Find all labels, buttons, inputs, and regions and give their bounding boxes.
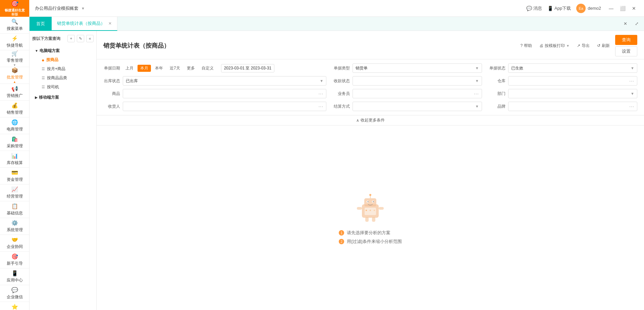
stock-icon: 📊: [11, 153, 18, 159]
dept-label: 部门: [489, 91, 505, 97]
collapse-button[interactable]: ∧ 收起更多条件: [356, 117, 385, 123]
receiver-input[interactable]: ···: [123, 102, 326, 111]
sidebar-item-wholesale[interactable]: 📦 批发管理 ▲: [0, 67, 29, 84]
sidebar-item-wholesale-label: 批发管理: [7, 74, 23, 80]
dept-select[interactable]: ▼: [508, 89, 637, 98]
date-range-display[interactable]: 2023-03-01 至 2023-03-31: [221, 64, 274, 72]
sidebar-item-quicknav[interactable]: ⚡ 快捷导航: [0, 34, 29, 50]
svg-point-15: [374, 210, 375, 211]
sidebar-item-corp[interactable]: 🤝 企业协同: [0, 235, 29, 252]
export-button[interactable]: ↗ 导出: [575, 42, 592, 50]
tree-item-by-printer[interactable]: ☰ 按司机: [32, 83, 94, 92]
status-label: 单据状态: [489, 65, 505, 71]
sidebar-item-sales[interactable]: 💰 销售管理: [0, 101, 29, 117]
filter-field-product: 商品 ···: [103, 89, 326, 98]
sidebar: 🎯 畅捷通好生意 标版 🔍 搜索菜单 ⚡ 快捷导航 🛒 零售管理 ▼ 📦 批发管…: [0, 0, 30, 310]
user-info[interactable]: Ea demo2: [576, 4, 601, 13]
product-input[interactable]: ···: [123, 89, 326, 98]
collapse-chevron-icon: ∧: [356, 118, 359, 123]
system-icon: ⚙️: [11, 220, 18, 226]
status-select[interactable]: 已生效 ▼: [508, 63, 637, 73]
out-select[interactable]: 已出库 ▼: [123, 76, 326, 86]
sidebar-item-member[interactable]: ⭐ 畅会员: [0, 302, 29, 310]
tree-group-desktop[interactable]: ▼ 电脑端方案: [32, 46, 94, 55]
date-tab-thismonth[interactable]: 本月: [138, 65, 151, 72]
receipt-dropdown-icon: ▼: [475, 79, 479, 83]
sidebar-item-wechat[interactable]: 💬 企业微信: [0, 285, 29, 302]
app-logo: 🎯 畅捷通好生意 标版: [0, 0, 29, 17]
template-print-button[interactable]: 🖨 按模板打印 ▼: [537, 42, 572, 50]
tree-item-by-product[interactable]: ● 按商品: [32, 55, 94, 64]
collapse-row[interactable]: ∧ 收起更多条件: [97, 115, 644, 125]
sidebar-item-apps[interactable]: 📱 应用中心: [0, 268, 29, 285]
edit-scheme-button[interactable]: ✎: [77, 35, 84, 42]
logo-text: 畅捷通好生意: [5, 8, 25, 12]
industry-dropdown-arrow[interactable]: ▼: [81, 6, 85, 10]
svg-rect-10: [365, 217, 369, 222]
brand-input[interactable]: ···: [508, 102, 637, 111]
quicknav-icon: ⚡: [11, 35, 18, 42]
maximize-button[interactable]: ⬜: [618, 4, 627, 13]
sidebar-item-system[interactable]: ⚙️ 系统管理: [0, 218, 29, 235]
warehouse-input[interactable]: ···: [508, 76, 637, 86]
sidebar-item-ecom[interactable]: 🌐 电商管理: [0, 117, 29, 134]
date-tab-7days[interactable]: 近7天: [167, 65, 183, 72]
date-tab-lastmonth[interactable]: 上月: [123, 65, 136, 72]
tab-close-icon[interactable]: ✕: [108, 21, 112, 26]
panel-icons: + ✎ «: [67, 35, 94, 42]
message-button[interactable]: 💬 消息: [526, 5, 542, 11]
tree-item-by-month-product[interactable]: ☰ 按月+商品: [32, 64, 94, 73]
by-product-bullet-icon: ●: [42, 57, 44, 63]
tab-close-btn[interactable]: ✕: [621, 19, 630, 29]
collapse-panel-button[interactable]: «: [86, 35, 94, 42]
sidebar-item-purchase[interactable]: 🛍️ 采购管理: [0, 134, 29, 151]
tab-report[interactable]: 销货单统计表（按商品） ✕: [52, 17, 117, 31]
close-window-button[interactable]: ✕: [629, 4, 639, 13]
panel-title: 按以下方案查询: [32, 36, 60, 42]
message-label: 消息: [533, 5, 542, 11]
filter-field-payment: 结算方式 ▼: [333, 102, 482, 111]
sidebar-item-basic-label: 基础信息: [7, 210, 23, 216]
sidebar-item-retail[interactable]: 🛒 零售管理 ▼: [0, 50, 29, 67]
date-tab-thisyear[interactable]: 本年: [152, 65, 166, 72]
by-printer-icon: ☰: [42, 85, 45, 89]
page-actions: ? 帮助 🖨 按模板打印 ▼ ↗ 导出 ↺ 刷新: [518, 35, 637, 56]
filter-field-type: 单据类型 销货单 ▼: [333, 63, 482, 73]
date-tab-more[interactable]: 更多: [184, 65, 198, 72]
tab-window-controls: ✕ ⤢: [621, 19, 641, 29]
staff-input[interactable]: ···: [353, 89, 482, 98]
tab-home[interactable]: 首页: [30, 17, 52, 31]
type-value: 销货单: [356, 65, 368, 71]
tab-expand-btn[interactable]: ⤢: [632, 19, 641, 29]
sidebar-item-newbie[interactable]: 🎯 新手引导: [0, 252, 29, 268]
sidebar-item-stock[interactable]: 📊 库存核算: [0, 151, 29, 168]
add-scheme-button[interactable]: +: [67, 35, 75, 42]
type-select[interactable]: 销货单 ▼: [353, 63, 482, 73]
svg-rect-8: [357, 207, 362, 210]
top-header: 办公用品行业模拟账套 ▼ 💬 消息 📱 App下载 Ea demo2 — ⬜ ✕: [30, 0, 644, 17]
sidebar-item-finance[interactable]: 💳 资金管理: [0, 168, 29, 185]
tree-item-by-category[interactable]: ☰ 按商品品类: [32, 73, 94, 83]
date-tab-custom[interactable]: 自定义: [199, 65, 216, 72]
add-icon: +: [70, 36, 72, 41]
refresh-button[interactable]: ↺ 刷新: [595, 42, 612, 50]
sidebar-item-search[interactable]: 🔍 搜索菜单: [0, 17, 29, 34]
sidebar-item-basic[interactable]: 📋 基础信息: [0, 201, 29, 218]
set-button[interactable]: 设置: [615, 46, 637, 56]
payment-select[interactable]: ▼: [353, 102, 482, 111]
print-icon: 🖨: [539, 43, 543, 48]
warehouse-label: 仓库: [489, 78, 505, 84]
wholesale-icon: 📦: [11, 67, 18, 73]
sidebar-item-retail-label: 零售管理: [7, 58, 23, 63]
tree-expand-icon: ▼: [35, 49, 38, 53]
help-button[interactable]: ? 帮助: [518, 42, 534, 50]
receipt-select[interactable]: ▼: [353, 76, 482, 86]
sidebar-item-marketing[interactable]: 📢 营销推广: [0, 84, 29, 101]
app-download-button[interactable]: 📱 App下载: [547, 5, 571, 11]
header-left: 办公用品行业模拟账套 ▼: [35, 5, 85, 11]
query-button[interactable]: 查询: [615, 35, 637, 45]
minimize-button[interactable]: —: [606, 4, 616, 13]
sidebar-item-operations[interactable]: 📈 经营管理: [0, 185, 29, 201]
tree-group-mobile[interactable]: ▶ 移动端方案: [32, 93, 94, 102]
filter-row-3: 商品 ··· 业务员 ··· 部门: [103, 89, 637, 98]
